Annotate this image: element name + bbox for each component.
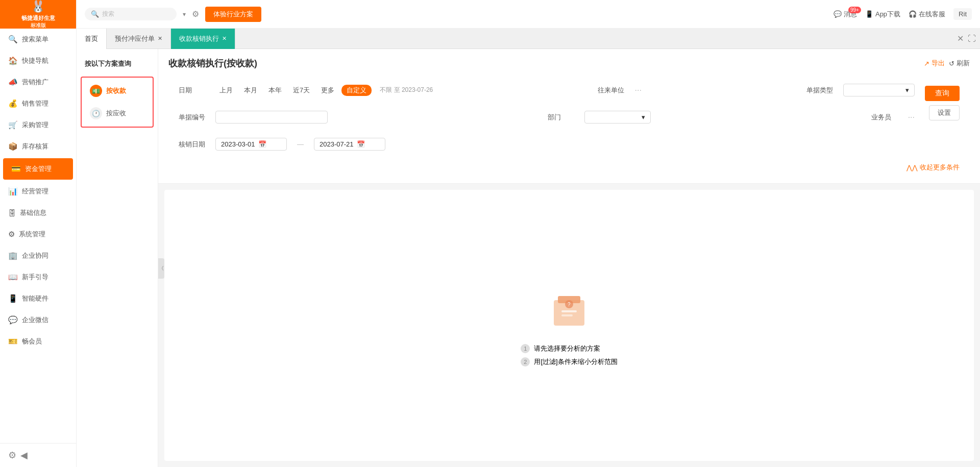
message-icon: 💬 <box>834 10 842 18</box>
sidebar-nav: 🔍 搜索菜单 🏠 快捷导航 📣 营销推广 💰 销售管理 🛒 采购管理 📦 库存核… <box>0 29 76 443</box>
marketing-icon: 📣 <box>8 78 18 87</box>
left-panel-title: 按以下方案查询 <box>77 55 158 72</box>
sidebar-item-label: 营销推广 <box>22 78 48 87</box>
sidebar-item-label: 搜索菜单 <box>22 35 48 44</box>
sidebar-item-finance[interactable]: 💳 资金管理 <box>3 158 73 180</box>
main-area: 🔍 搜索 ▾ ⚙ 体验行业方案 💬 消息 99+ 📱 App下载 🎧 在线客服 … <box>77 0 980 467</box>
tab-prepay-close-icon[interactable]: ✕ <box>158 35 162 42</box>
sidebar-logo: 🐰 畅捷通好生意 标准版 <box>0 0 76 29</box>
counterpart-input[interactable]: ··· <box>634 86 641 95</box>
svg-text:?: ? <box>568 302 571 307</box>
tab-home-label: 首页 <box>85 34 98 43</box>
tab-prepay[interactable]: 预付冲应付单 ✕ <box>107 29 171 49</box>
sidebar-item-hardware[interactable]: 📱 智能硬件 <box>0 288 76 309</box>
hardware-icon: 📱 <box>8 294 18 303</box>
btn-custom[interactable]: 自定义 <box>341 85 372 96</box>
left-panel: 按以下方案查询 💵 按收款 🕐 按应收 <box>77 49 158 467</box>
sidebar-item-label: 快捷导航 <box>22 56 48 65</box>
sidebar-item-basic-info[interactable]: 🗄 基础信息 <box>0 202 76 224</box>
dept-select[interactable]: ▾ <box>584 111 651 124</box>
page-actions: ↗ 导出 ↺ 刷新 <box>924 59 970 68</box>
panel-collapse-toggle[interactable]: 《 <box>158 258 164 279</box>
purchase-icon: 🛒 <box>8 120 18 130</box>
btn-this-month[interactable]: 本月 <box>240 85 261 96</box>
guide-icon: 📖 <box>8 273 18 282</box>
btn-prev-month[interactable]: 上月 <box>215 85 237 96</box>
topbar: 🔍 搜索 ▾ ⚙ 体验行业方案 💬 消息 99+ 📱 App下载 🎧 在线客服 … <box>77 0 980 29</box>
sidebar-item-sales[interactable]: 💰 销售管理 <box>0 93 76 114</box>
sidebar-collapse-btn[interactable]: ◀ <box>20 450 28 461</box>
sidebar-item-business[interactable]: 📊 经营管理 <box>0 181 76 202</box>
doc-num-input[interactable] <box>215 111 328 124</box>
tab-expand-btn[interactable]: ⛶ <box>968 34 976 43</box>
sidebar-item-label: 畅会员 <box>22 337 42 346</box>
topbar-search-box[interactable]: 🔍 搜索 <box>85 8 177 20</box>
empty-illustration: ? <box>544 285 595 336</box>
sidebar-item-label: 库存核算 <box>22 142 48 151</box>
refresh-button[interactable]: ↺ 刷新 <box>949 59 970 68</box>
app-download-action[interactable]: 📱 App下载 <box>865 10 900 19</box>
export-icon: ↗ <box>924 60 929 67</box>
export-button[interactable]: ↗ 导出 <box>924 59 945 68</box>
left-panel-container: 按以下方案查询 💵 按收款 🕐 按应收 《 <box>77 49 158 467</box>
sidebar-item-member[interactable]: 🎫 畅会员 <box>0 331 76 352</box>
doc-type-select[interactable]: ▾ <box>843 84 915 96</box>
query-option-receivable-label: 按应收 <box>106 109 126 118</box>
query-option-by-receivable[interactable]: 🕐 按应收 <box>82 102 153 125</box>
tab-home[interactable]: 首页 <box>77 29 107 49</box>
sidebar-item-system[interactable]: ⚙ 系统管理 <box>0 224 76 245</box>
verify-date-start-input[interactable]: 2023-03-01 📅 <box>215 138 287 151</box>
sidebar-item-purchase[interactable]: 🛒 采购管理 <box>0 114 76 136</box>
dept-chevron-icon: ▾ <box>642 113 645 121</box>
tab-collection[interactable]: 收款核销执行 ✕ <box>171 29 235 49</box>
sidebar-item-guide[interactable]: 📖 新手引导 <box>0 266 76 288</box>
btn-7days[interactable]: 近7天 <box>289 85 314 96</box>
query-button[interactable]: 查询 <box>925 86 960 101</box>
sidebar-item-enterprise[interactable]: 🏢 企业协同 <box>0 245 76 266</box>
system-icon: ⚙ <box>8 230 15 239</box>
filter-verify-date-row: 核销日期 2023-03-01 📅 — 2023-07-21 📅 <box>179 138 915 151</box>
user-name: Rit <box>959 10 967 18</box>
sidebar-item-marketing[interactable]: 📣 营销推广 <box>0 71 76 93</box>
calendar-icon: 📅 <box>258 140 266 148</box>
tip-text-2: 用[过滤]条件来缩小分析范围 <box>534 357 617 366</box>
query-option-by-receipt[interactable]: 💵 按收款 <box>82 80 153 102</box>
sidebar-item-quick-nav[interactable]: 🏠 快捷导航 <box>0 50 76 71</box>
verify-date-end-input[interactable]: 2023-07-21 📅 <box>314 138 385 151</box>
member-icon: 🎫 <box>8 337 18 346</box>
sidebar-item-label: 企业协同 <box>22 251 48 260</box>
tab-collection-close-icon[interactable]: ✕ <box>222 35 227 42</box>
svg-rect-2 <box>561 310 577 312</box>
btn-more[interactable]: 更多 <box>317 85 338 96</box>
service-icon: 🎧 <box>909 10 917 18</box>
user-account[interactable]: Rit <box>953 8 972 20</box>
sidebar-item-weixin[interactable]: 💬 企业微信 <box>0 309 76 331</box>
filter-date-row: 日期 上月 本月 本年 近7天 更多 自定义 不限 至 2023-07-26 <box>179 84 915 96</box>
industry-solution-button[interactable]: 体验行业方案 <box>205 7 261 22</box>
verify-date-end-value: 2023-07-21 <box>320 140 354 148</box>
weixin-icon: 💬 <box>8 315 18 325</box>
sidebar: 🐰 畅捷通好生意 标准版 🔍 搜索菜单 🏠 快捷导航 📣 营销推广 💰 销售管理… <box>0 0 77 467</box>
topbar-gear-icon[interactable]: ⚙ <box>192 9 199 19</box>
online-service-action[interactable]: 🎧 在线客服 <box>909 10 945 19</box>
calendar-end-icon: 📅 <box>357 140 365 148</box>
collapse-more-btn[interactable]: ⋀⋀ 收起更多条件 <box>906 160 960 175</box>
inventory-icon: 📦 <box>8 142 18 151</box>
staff-input[interactable]: ··· <box>908 113 915 122</box>
tab-close-btn[interactable]: ✕ <box>957 34 964 43</box>
sales-icon: 💰 <box>8 99 18 108</box>
right-content: 收款核销执行(按收款) ↗ 导出 ↺ 刷新 <box>158 49 980 467</box>
btn-this-year[interactable]: 本年 <box>264 85 286 96</box>
sidebar-item-inventory[interactable]: 📦 库存核算 <box>0 136 76 157</box>
setting-button[interactable]: 设置 <box>929 105 960 120</box>
message-action[interactable]: 💬 消息 99+ <box>834 10 857 19</box>
date-buttons-group: 上月 本月 本年 近7天 更多 自定义 <box>215 85 372 96</box>
sidebar-item-search-menu[interactable]: 🔍 搜索菜单 <box>0 29 76 50</box>
message-badge: 99+ <box>848 7 861 13</box>
tab-collection-label: 收款核销执行 <box>179 34 219 43</box>
sidebar-settings-btn[interactable]: ⚙ <box>8 450 16 461</box>
sidebar-item-label: 销售管理 <box>22 99 48 108</box>
filter-actions: 查询 设置 <box>925 84 960 120</box>
search-icon: 🔍 <box>91 10 99 18</box>
topbar-chevron-icon[interactable]: ▾ <box>183 11 186 18</box>
